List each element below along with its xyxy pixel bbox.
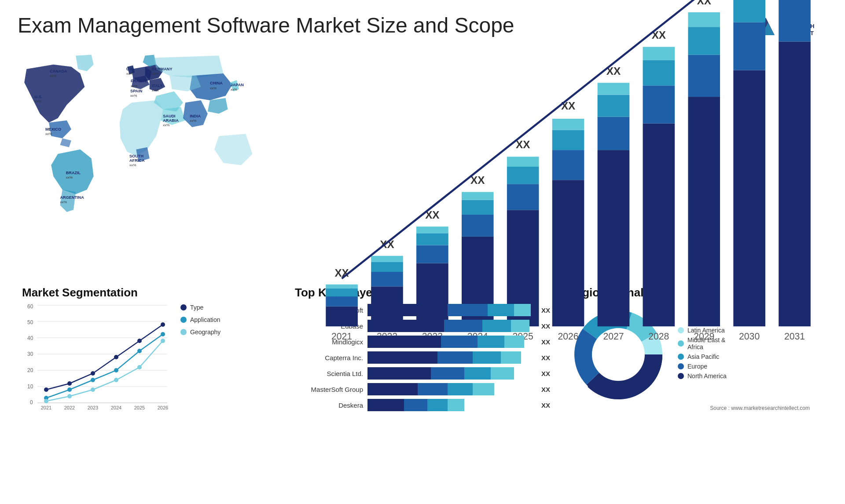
svg-point-134 xyxy=(161,332,165,336)
segmentation-chart: 0 10 20 30 40 50 60 xyxy=(22,304,172,409)
svg-rect-85 xyxy=(779,0,811,41)
svg-rect-79 xyxy=(733,70,765,327)
svg-point-128 xyxy=(161,322,165,327)
svg-rect-41 xyxy=(371,262,403,272)
svg-text:xx%: xx% xyxy=(210,86,217,90)
svg-rect-74 xyxy=(688,97,720,326)
legend-application: Application xyxy=(180,316,220,323)
svg-text:INDIA: INDIA xyxy=(190,114,201,118)
svg-text:xx%: xx% xyxy=(45,132,52,136)
type-dot xyxy=(180,304,187,310)
svg-text:xx%: xx% xyxy=(190,119,196,123)
svg-rect-35 xyxy=(326,296,358,307)
svg-text:CHINA: CHINA xyxy=(210,81,223,86)
svg-text:xx%: xx% xyxy=(129,163,136,167)
svg-text:GERMANY: GERMANY xyxy=(152,67,173,71)
svg-text:30: 30 xyxy=(27,351,33,357)
svg-text:2031: 2031 xyxy=(784,331,805,341)
svg-rect-81 xyxy=(733,0,765,22)
world-map: CANADA xx% U.S. xx% MEXICO xx% BRAZIL xx… xyxy=(18,48,295,259)
svg-text:xx%: xx% xyxy=(126,72,133,76)
svg-point-136 xyxy=(67,394,72,398)
geography-dot xyxy=(180,329,187,335)
svg-text:xx%: xx% xyxy=(152,72,158,76)
svg-rect-51 xyxy=(462,200,494,215)
svg-point-137 xyxy=(91,387,95,392)
page-title: Exam Management Software Market Size and… xyxy=(18,13,514,37)
svg-text:40: 40 xyxy=(27,335,33,341)
svg-rect-61 xyxy=(552,130,584,150)
svg-text:2025: 2025 xyxy=(134,405,145,409)
svg-text:JAPAN: JAPAN xyxy=(231,83,244,87)
svg-point-140 xyxy=(161,339,165,343)
svg-text:xx%: xx% xyxy=(35,99,41,103)
svg-text:2026: 2026 xyxy=(158,405,168,409)
legend-geography: Geography xyxy=(180,329,220,336)
svg-rect-40 xyxy=(371,272,403,286)
svg-text:AFRICA: AFRICA xyxy=(129,158,145,163)
svg-rect-59 xyxy=(552,180,584,326)
svg-text:2022: 2022 xyxy=(64,405,75,409)
svg-point-132 xyxy=(114,368,118,373)
svg-rect-70 xyxy=(643,85,675,123)
svg-rect-55 xyxy=(507,184,539,210)
svg-text:20: 20 xyxy=(27,367,33,373)
svg-text:2028: 2028 xyxy=(648,331,669,341)
svg-point-131 xyxy=(91,378,95,382)
svg-text:0: 0 xyxy=(30,399,33,405)
svg-text:U.K.: U.K. xyxy=(126,67,134,71)
svg-rect-57 xyxy=(507,157,539,167)
svg-rect-80 xyxy=(733,22,765,70)
svg-text:2030: 2030 xyxy=(739,331,760,341)
svg-rect-44 xyxy=(416,263,448,326)
svg-text:FRANCE: FRANCE xyxy=(131,79,147,83)
svg-text:xx%: xx% xyxy=(231,88,237,91)
svg-rect-75 xyxy=(688,55,720,97)
svg-point-127 xyxy=(137,339,142,343)
svg-rect-62 xyxy=(552,119,584,130)
svg-rect-72 xyxy=(643,47,675,60)
map-section: CANADA xx% U.S. xx% MEXICO xx% BRAZIL xx… xyxy=(13,44,299,277)
svg-rect-69 xyxy=(643,124,675,327)
svg-text:XX: XX xyxy=(334,267,349,279)
svg-text:2026: 2026 xyxy=(558,331,578,341)
svg-rect-66 xyxy=(598,95,630,117)
svg-rect-56 xyxy=(507,167,539,184)
svg-rect-84 xyxy=(779,41,811,326)
svg-text:ARABIA: ARABIA xyxy=(163,118,179,123)
svg-text:xx%: xx% xyxy=(152,88,158,92)
svg-rect-34 xyxy=(326,307,358,326)
svg-rect-67 xyxy=(598,83,630,95)
segmentation-section: Market Segmentation 0 10 20 30 40 50 60 xyxy=(18,281,282,419)
svg-rect-47 xyxy=(416,226,448,233)
svg-point-133 xyxy=(137,349,142,353)
svg-text:10: 10 xyxy=(27,383,33,390)
svg-rect-71 xyxy=(643,60,675,86)
svg-text:xx%: xx% xyxy=(60,200,67,204)
segmentation-legend: Type Application Geography xyxy=(180,304,220,338)
svg-text:50: 50 xyxy=(27,319,33,325)
svg-text:2021: 2021 xyxy=(41,405,51,409)
svg-rect-76 xyxy=(688,27,720,55)
svg-text:60: 60 xyxy=(27,304,33,310)
svg-rect-64 xyxy=(598,150,630,326)
svg-point-139 xyxy=(137,365,142,369)
svg-text:xx%: xx% xyxy=(131,84,137,88)
svg-rect-45 xyxy=(416,245,448,263)
svg-text:ITALY: ITALY xyxy=(152,84,163,88)
svg-point-126 xyxy=(114,355,118,359)
svg-rect-77 xyxy=(688,12,720,27)
map-svg: CANADA xx% U.S. xx% MEXICO xx% BRAZIL xx… xyxy=(18,48,295,259)
svg-point-130 xyxy=(67,387,72,392)
bar-chart-section: XX XX xyxy=(299,44,832,277)
svg-rect-42 xyxy=(371,256,403,262)
svg-point-138 xyxy=(114,378,118,382)
svg-rect-65 xyxy=(598,117,630,150)
svg-rect-52 xyxy=(462,192,494,200)
svg-point-123 xyxy=(44,387,48,392)
svg-text:U.S.: U.S. xyxy=(35,95,43,99)
svg-text:xx%: xx% xyxy=(66,175,73,179)
segmentation-title: Market Segmentation xyxy=(22,286,277,299)
svg-text:xx%: xx% xyxy=(163,123,169,127)
svg-text:SOUTH: SOUTH xyxy=(129,154,143,158)
